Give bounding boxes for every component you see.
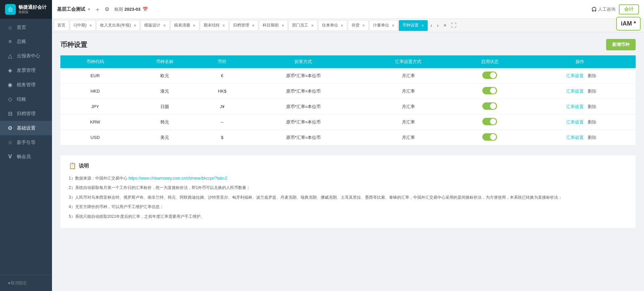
new-currency-button[interactable]: 新增币种 [606,39,636,50]
service-label: 人工咨询 [598,6,615,12]
tab-currency[interactable]: 币种设置 × [399,20,428,31]
col-rate-method: 汇率设置方式 [362,55,455,68]
cell-symbol: HK$ [199,84,245,99]
tab-close-icon[interactable]: × [222,23,225,28]
tab-label: 首页 [57,22,65,28]
iam-badge[interactable]: iAM * [616,17,641,31]
tab-next-button[interactable]: › [435,22,441,29]
cell-symbol: J¥ [199,99,245,114]
notice-title-text: 说明 [79,163,89,169]
tab-close-icon[interactable]: × [421,23,424,28]
sidebar-item-guide[interactable]: ☆ 新手引导 [0,135,52,150]
sidebar-item-ledger[interactable]: ≡ 总账 [0,35,52,49]
cell-name: 港元 [130,84,199,99]
table-row: KRW 韩元 -- 原币*汇率=本位币 月汇率 汇率设置 删除 [60,114,636,130]
checkout-icon: ◇ [7,96,13,102]
calendar-icon[interactable]: 📅 [143,7,148,12]
delete-button[interactable]: 删除 [588,119,596,125]
delete-button[interactable]: 删除 [588,73,596,78]
tab-close-icon[interactable]: × [252,23,255,28]
tab-contacts[interactable]: 往来单位 × [318,20,347,31]
tab-label: 科目期初 [263,22,279,28]
table-row: JPY 日圆 J¥ 原币*汇率=本位币 月汇率 汇率设置 删除 [60,99,636,114]
status-toggle[interactable] [482,71,497,79]
tab-label: 币种设置 [402,22,419,28]
tab-subject-init[interactable]: 科目期初 × [259,20,288,31]
tab-label: 往来单位 [322,22,338,28]
tab-close-icon[interactable]: × [281,23,284,28]
tab-units[interactable]: 计量单位 × [369,20,398,31]
tab-close-icon[interactable]: × [193,23,196,28]
cell-actions: 汇率设置 删除 [525,68,636,84]
cell-status [455,130,524,145]
notice-link[interactable]: https://www.chinamoney.com.cn/chinese/bk… [128,176,227,181]
tab-department[interactable]: 部门员工 × [288,20,317,31]
status-toggle[interactable] [482,87,497,94]
tab-template[interactable]: 模版设计 × [141,20,169,31]
cell-actions: 汇率设置 删除 [525,84,636,99]
sidebar-item-home[interactable]: ⌂ 首页 [0,20,52,35]
tab-annual-report[interactable]: 收入支出表(年报) × [96,20,140,31]
delete-button[interactable]: 删除 [588,135,596,140]
invoice-icon: ◈ [7,67,13,74]
workspace-name[interactable]: 基层工会测试 [57,6,85,12]
settings-gear-icon[interactable]: ⚙ [105,6,109,12]
sidebar-item-archive[interactable]: ⊟ 归档管理 [0,106,52,121]
cell-actions: 汇率设置 删除 [525,130,636,145]
workspace-dropdown-icon[interactable]: ▾ [88,7,90,12]
rate-setting-button[interactable]: 汇率设置 [566,104,584,109]
tab-close-icon[interactable]: × [311,23,314,28]
rate-setting-button[interactable]: 汇率设置 [566,135,584,140]
sidebar-item-checkout[interactable]: ◇ 结账 [0,92,52,106]
cell-rate-method: 月汇率 [362,99,455,114]
tab-home[interactable]: 首页 [54,20,69,31]
sidebar-item-reports[interactable]: △ 云报表中心 [0,49,52,63]
cell-name: 欧元 [130,68,199,84]
status-toggle[interactable] [482,118,497,125]
rate-setting-button[interactable]: 汇率设置 [566,89,584,94]
notice-title: 📋 说明 [69,162,627,169]
sidebar-item-label: 税务管理 [17,82,36,88]
tab-archive[interactable]: 归档管理 × [229,20,258,31]
app-name: 畅捷通好会计 [18,4,47,10]
app-edition: 旗舰版 [18,10,47,14]
member-icon: V [7,154,13,160]
tab-close-icon[interactable]: × [392,23,394,28]
tab-expand-button[interactable]: ⛶ [449,22,459,29]
tab-close-icon[interactable]: × [163,23,166,28]
tab-prev-button[interactable]: ‹ [428,22,434,29]
tab-close-icon[interactable]: × [341,23,343,28]
tab-close-icon[interactable]: × [362,23,365,28]
tab-inventory[interactable]: 存货 × [348,20,369,31]
sidebar-item-tax[interactable]: ◉ 税务管理 [0,78,52,92]
page-header: 币种设置 新增币种 [60,39,636,50]
sidebar-item-settings[interactable]: ⚙ 基础设置 [0,121,52,135]
pin-button[interactable]: ◄取消固定 [0,275,52,291]
status-toggle[interactable] [482,133,497,141]
tab-close-icon[interactable]: × [133,23,136,28]
rate-setting-button[interactable]: 汇率设置 [566,119,584,125]
rate-setting-button[interactable]: 汇率设置 [566,73,584,78]
service-button[interactable]: 🎧 人工咨询 [591,6,615,12]
tab-label: 计量单位 [373,22,389,28]
pin-label: ◄取消固定 [7,280,27,286]
sidebar-item-invoice[interactable]: ◈ 发票管理 [0,63,52,78]
cell-rate-method: 月汇率 [362,68,455,84]
tab-period-end[interactable]: 期末结转 × [200,20,229,31]
cell-name: 日圆 [130,99,199,114]
table-row: HKD 港元 HK$ 原币*汇率=本位币 月汇率 汇率设置 删除 [60,84,636,99]
tab-mid-period[interactable]: ℰ(中期) × [70,20,96,31]
account-button[interactable]: 会计 [619,4,639,14]
notice-icon: 📋 [69,162,76,169]
tab-close-icon[interactable]: × [89,23,92,28]
tab-tax-book[interactable]: 税表清册 × [170,20,199,31]
delete-button[interactable]: 删除 [588,104,596,109]
add-tab-button[interactable]: ＋ [95,5,101,13]
tab-close-all-button[interactable]: × [441,22,448,29]
tab-label: 归档管理 [233,22,249,28]
sidebar-item-label: 基础设置 [17,125,36,131]
status-toggle[interactable] [482,102,497,110]
delete-button[interactable]: 删除 [588,89,596,94]
content-area: 币种设置 新增币种 币种代码 币种名称 币符 折算方式 汇率设置方式 启用状态 … [52,32,644,291]
sidebar-item-member[interactable]: V 畅会员 [0,150,52,164]
